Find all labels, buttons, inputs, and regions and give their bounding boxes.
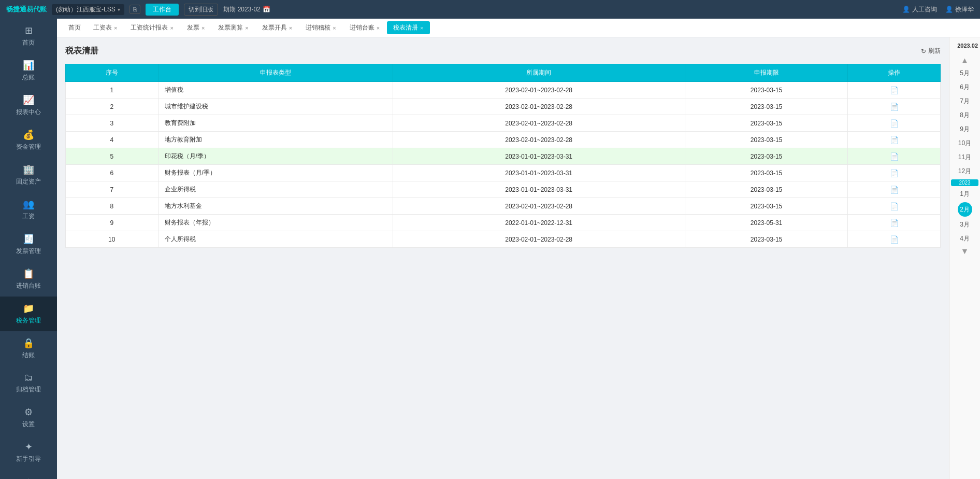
cell-action[interactable]: 📄 [848,115,941,132]
tab-in-out-account-close[interactable]: × [377,25,380,31]
tab-invoice[interactable]: 发票 × [181,21,211,34]
tab-tax-register-close[interactable]: × [420,25,423,31]
cell-type: 个人所得税 [158,231,393,248]
sidebar-item-payroll[interactable]: 👥 工资 [0,192,57,227]
cell-no: 7 [66,181,158,198]
cell-action[interactable]: 📄 [848,132,941,148]
in-out-icon: 📋 [23,268,34,279]
action-icon[interactable]: 📄 [890,186,899,194]
payroll-icon: 👥 [23,199,34,210]
cell-no: 8 [66,198,158,215]
tab-home[interactable]: 首页 [63,21,86,34]
sidebar-item-tax-mgmt[interactable]: 📁 税务管理 [0,297,57,331]
tab-invoice-close[interactable]: × [201,25,205,31]
action-icon[interactable]: 📄 [890,202,899,210]
action-icon[interactable]: 📄 [890,136,899,144]
copy-button[interactable]: ⎘ [129,5,140,14]
calendar-icon[interactable]: 📅 [263,6,270,13]
sidebar-item-close-account[interactable]: 🔒 结账 [0,331,57,366]
sidebar-item-fixed-assets[interactable]: 🏢 固定资产 [0,158,57,192]
tab-payroll-stat-close[interactable]: × [170,25,173,31]
cell-no: 4 [66,132,158,148]
sidebar-item-general-ledger[interactable]: 📊 总账 [0,53,57,88]
cell-action[interactable]: 📄 [848,215,941,231]
cal-month-7[interactable]: 7月 [949,94,980,108]
content-area: 首页 工资表 × 工资统计报表 × 发票 × 发票测算 × 发票开具 × [57,19,980,479]
cal-month-2-active[interactable]: 2月 [958,202,972,217]
action-icon[interactable]: 📄 [890,86,899,94]
main-layout: ⊞ 首页 📊 总账 📈 报表中心 💰 资金管理 🏢 固定资产 👥 工资 🧾 发票… [0,19,980,479]
tab-invoice-calc-close[interactable]: × [245,25,248,31]
cell-action[interactable]: 📄 [848,231,941,248]
user-menu[interactable]: 👤 徐泽华 [945,5,974,14]
refresh-button[interactable]: ↻ 刷新 [921,47,941,55]
company-selector[interactable]: (勿动）江西服宝-LSS ▾ [52,4,124,15]
cell-no: 2 [66,98,158,115]
cal-month-10[interactable]: 10月 [949,136,980,150]
action-icon[interactable]: 📄 [890,119,899,128]
sidebar-item-fund-mgmt[interactable]: 💰 资金管理 [0,123,57,158]
tab-invoice-open-close[interactable]: × [289,25,292,31]
calendar-scroll-up[interactable]: ▲ [961,55,969,66]
cell-action[interactable]: 📄 [848,181,941,198]
cal-month-3[interactable]: 3月 [949,218,980,232]
table-wrapper: 序号 申报表类型 所属期间 申报期限 操作 1增值税2023-02-01~202… [65,64,941,471]
col-action: 操作 [848,64,941,82]
tab-invoice-calc[interactable]: 发票测算 × [212,21,254,34]
workbench-button[interactable]: 工作台 [146,4,179,16]
cell-no: 9 [66,215,158,231]
cell-action[interactable]: 📄 [848,148,941,165]
cell-deadline: 2023-05-31 [685,215,848,231]
action-icon[interactable]: 📄 [890,235,899,244]
tab-invoice-open[interactable]: 发票开具 × [256,21,298,34]
sidebar-item-vip[interactable]: ♦ 畅会员 [0,470,57,479]
cell-type: 财务报表（月/季） [158,165,393,181]
tab-payroll-stat-label: 工资统计报表 [131,23,168,32]
cal-month-6[interactable]: 6月 [949,80,980,94]
cell-action[interactable]: 📄 [848,82,941,98]
sidebar-item-invoice-mgmt[interactable]: 🧾 发票管理 [0,227,57,262]
cell-deadline: 2023-03-15 [685,82,848,98]
tab-bar: 首页 工资表 × 工资统计报表 × 发票 × 发票测算 × 发票开具 × [57,19,980,37]
cell-action[interactable]: 📄 [848,198,941,215]
sidebar-item-settings[interactable]: ⚙ 设置 [0,400,57,435]
cal-month-1[interactable]: 1月 [949,187,980,201]
page-content: 税表清册 ↻ 刷新 序号 申报表类型 所属期间 [57,37,980,479]
service-button[interactable]: 👤 人工咨询 [902,5,937,14]
action-icon[interactable]: 📄 [890,152,899,161]
cell-deadline: 2023-03-15 [685,132,848,148]
tab-tax-register[interactable]: 税表清册 × [387,21,429,34]
service-label: 人工咨询 [912,5,937,14]
cell-action[interactable]: 📄 [848,165,941,181]
col-type: 申报表类型 [158,64,393,82]
archive-icon: 🗂 [24,372,33,383]
tab-payroll-close[interactable]: × [114,25,117,31]
sidebar-item-home[interactable]: ⊞ 首页 [0,19,57,53]
cell-type: 地方教育附加 [158,132,393,148]
sidebar-item-new-guide[interactable]: ✦ 新手引导 [0,435,57,470]
cal-month-11[interactable]: 11月 [949,150,980,164]
cal-month-5[interactable]: 5月 [949,66,980,80]
tab-in-out-account[interactable]: 进销台账 × [343,21,386,34]
home-tab-label: 首页 [68,23,81,32]
tab-in-out-check[interactable]: 进销稽核 × [299,21,342,34]
tab-tax-register-label: 税表清册 [393,23,418,32]
tab-payroll[interactable]: 工资表 × [87,21,123,34]
cal-month-4[interactable]: 4月 [949,232,980,246]
table-row: 7企业所得税2023-01-01~2023-03-312023-03-15📄 [66,181,941,198]
switch-button[interactable]: 切到旧版 [184,4,218,16]
cal-month-8[interactable]: 8月 [949,108,980,122]
refresh-icon: ↻ [921,48,926,55]
cal-month-9[interactable]: 9月 [949,122,980,136]
action-icon[interactable]: 📄 [890,103,899,111]
sidebar-item-archive-mgmt[interactable]: 🗂 归档管理 [0,366,57,400]
calendar-scroll-down[interactable]: ▼ [961,246,969,257]
sidebar-item-in-out-account[interactable]: 📋 进销台账 [0,262,57,297]
cal-month-12[interactable]: 12月 [949,164,980,178]
action-icon[interactable]: 📄 [890,219,899,227]
action-icon[interactable]: 📄 [890,169,899,177]
tab-payroll-stat[interactable]: 工资统计报表 × [124,21,179,34]
cell-action[interactable]: 📄 [848,98,941,115]
tab-in-out-check-close[interactable]: × [333,25,336,31]
sidebar-item-report-center[interactable]: 📈 报表中心 [0,88,57,123]
